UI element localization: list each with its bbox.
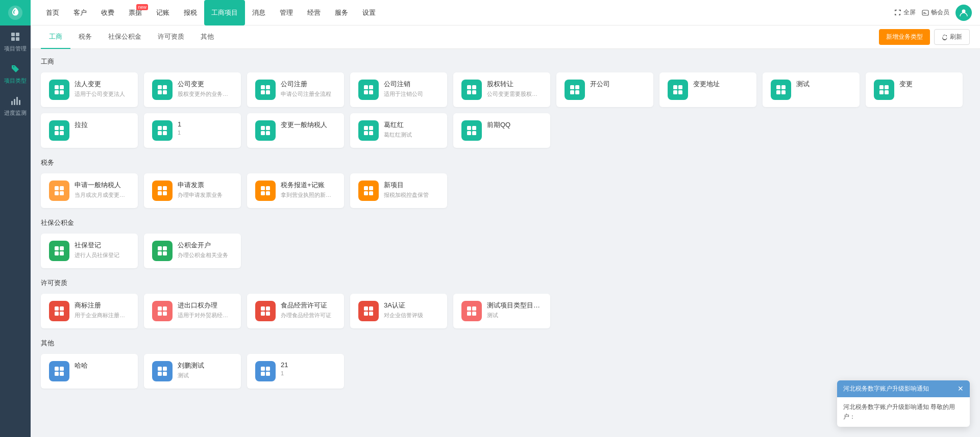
notification-body: 河北税务数字账户升级影响通知 尊敬的用户： bbox=[837, 397, 970, 427]
fullscreen-btn[interactable]: 全屏 bbox=[894, 8, 916, 17]
refresh-button[interactable]: 刷新 bbox=[934, 29, 970, 45]
card-change2[interactable]: 变更 bbox=[866, 72, 963, 107]
sidebar-logo[interactable] bbox=[0, 0, 31, 25]
nav-admin[interactable]: 管理 bbox=[273, 0, 300, 25]
svg-rect-26 bbox=[369, 85, 373, 89]
card-icon-new-project bbox=[358, 181, 379, 201]
svg-rect-81 bbox=[364, 186, 368, 190]
nav-operation[interactable]: 经营 bbox=[300, 0, 328, 25]
svg-rect-123 bbox=[261, 372, 265, 376]
card-desc-trademark: 用于企业商标注册服务 bbox=[75, 312, 130, 319]
card-icon-test1 bbox=[771, 80, 791, 100]
nav-billing[interactable]: 收费 bbox=[94, 0, 121, 25]
card-new-project[interactable]: 新项目报税加税控盘保管 bbox=[350, 173, 447, 208]
svg-rect-16 bbox=[60, 90, 64, 94]
card-company-cancel[interactable]: 公司注销适用于注销公司 bbox=[350, 72, 447, 107]
tab-gongshang[interactable]: 工商 bbox=[41, 25, 70, 49]
notification-close-button[interactable]: ✕ bbox=[958, 385, 964, 392]
card-food-license[interactable]: 食品经营许可证办理食品经营许可证 bbox=[247, 294, 344, 328]
card-company-change[interactable]: 公司变更股权变更外的业务变更 bbox=[144, 72, 241, 107]
svg-rect-90 bbox=[163, 246, 167, 250]
card-num21[interactable]: 211 bbox=[247, 354, 344, 389]
notification-body-text: 河北税务数字账户升级影响通知 尊敬的用户： bbox=[843, 403, 955, 420]
card-change-address[interactable]: 变更地址 bbox=[659, 72, 756, 107]
svg-rect-62 bbox=[369, 126, 373, 130]
card-legal-change[interactable]: 法人变更适用于公司变更法人 bbox=[41, 72, 138, 107]
nav-accounting[interactable]: 记账 bbox=[149, 0, 177, 25]
svg-rect-57 bbox=[261, 126, 265, 130]
card-num1[interactable]: 11 bbox=[144, 113, 241, 148]
card-name-test1: 测试 bbox=[796, 80, 851, 89]
card-icon-change-tax bbox=[255, 120, 276, 141]
content-area: 工商 税务 社保公积金 许可资质 其他 新增业务类型 刷新 工商法人变更适用于公… bbox=[31, 25, 980, 437]
sidebar-item-project-type[interactable]: 项目类型 bbox=[0, 58, 31, 90]
sidebar-item-progress[interactable]: 进度监测 bbox=[0, 90, 31, 122]
section-shebao: 社保公积金社保登记进行人员社保登记公积金开户办理公积金相关业务 bbox=[41, 218, 970, 268]
svg-rect-84 bbox=[369, 191, 373, 195]
svg-rect-71 bbox=[55, 191, 59, 195]
card-name-3a-cert: 3A认证 bbox=[384, 301, 439, 310]
card-3a-cert[interactable]: 3A认证对企业信誉评级 bbox=[350, 294, 447, 328]
svg-rect-10 bbox=[923, 12, 925, 13]
card-name-change-address: 变更地址 bbox=[693, 80, 748, 89]
nav-tax[interactable]: 报税 bbox=[177, 0, 204, 25]
svg-rect-103 bbox=[261, 312, 265, 316]
card-lala[interactable]: 拉拉 bbox=[41, 113, 138, 148]
card-apply-tax[interactable]: 申请一般纳税人当月或次月成变更完成 bbox=[41, 173, 138, 208]
tab-qita[interactable]: 其他 bbox=[192, 25, 222, 49]
svg-rect-25 bbox=[364, 85, 368, 89]
card-tax-report[interactable]: 税务报道+记账拿到营业执照的新公司 bbox=[247, 173, 344, 208]
nav-message[interactable]: 消息 bbox=[245, 0, 273, 25]
card-icon-liupeng-test bbox=[152, 361, 173, 381]
svg-rect-80 bbox=[266, 191, 270, 195]
card-company-reg[interactable]: 公司注册申请公司注册全流程 bbox=[247, 72, 344, 107]
user-avatar[interactable] bbox=[955, 5, 972, 21]
svg-rect-88 bbox=[60, 251, 64, 255]
svg-rect-87 bbox=[55, 251, 59, 255]
card-fund-open[interactable]: 公积金开户办理公积金相关业务 bbox=[144, 234, 241, 268]
card-name-equity-transfer: 股权转让 bbox=[487, 80, 542, 89]
card-test-type[interactable]: 测试项目类型目定义测试 bbox=[453, 294, 550, 328]
card-haha[interactable]: 哈哈 bbox=[41, 354, 138, 389]
tab-shebao[interactable]: 社保公积金 bbox=[100, 25, 150, 49]
nav-customer[interactable]: 客户 bbox=[66, 0, 94, 25]
card-name-new-project: 新项目 bbox=[384, 181, 439, 190]
svg-rect-50 bbox=[60, 126, 64, 130]
nav-service[interactable]: 服务 bbox=[328, 0, 355, 25]
svg-rect-51 bbox=[55, 131, 59, 135]
cards-grid-gongshang: 法人变更适用于公司变更法人公司变更股权变更外的业务变更公司注册申请公司注册全流程… bbox=[41, 72, 970, 148]
card-apply-invoice[interactable]: 申请发票办理申请发票业务 bbox=[144, 173, 241, 208]
svg-rect-77 bbox=[261, 186, 265, 190]
card-icon-change2 bbox=[874, 80, 894, 100]
card-desc-fund-open: 办理公积金相关业务 bbox=[178, 251, 233, 259]
nav-home[interactable]: 首页 bbox=[39, 0, 66, 25]
svg-rect-121 bbox=[261, 367, 265, 371]
new-badge: new bbox=[136, 4, 148, 10]
card-social-reg[interactable]: 社保登记进行人员社保登记 bbox=[41, 234, 138, 268]
svg-rect-43 bbox=[776, 90, 780, 94]
svg-rect-108 bbox=[369, 312, 373, 316]
card-import-export[interactable]: 进出口权办理适用于对外贸易经营者 bbox=[144, 294, 241, 328]
sidebar-item-project-mgmt[interactable]: 项目管理 bbox=[0, 25, 31, 58]
svg-rect-42 bbox=[781, 85, 786, 89]
tab-shuiwu[interactable]: 税务 bbox=[70, 25, 100, 49]
nav-ticket[interactable]: 票据 new bbox=[121, 0, 149, 25]
svg-rect-78 bbox=[266, 186, 270, 190]
card-icon-num1 bbox=[152, 120, 173, 141]
card-change-tax[interactable]: 变更一般纳税人 bbox=[247, 113, 344, 148]
nav-industry[interactable]: 工商项目 bbox=[204, 0, 245, 25]
card-open-company[interactable]: 开公司 bbox=[556, 72, 653, 107]
svg-rect-89 bbox=[158, 246, 162, 250]
card-test1[interactable]: 测试 bbox=[763, 72, 860, 107]
member-btn[interactable]: 畅会员 bbox=[922, 8, 949, 17]
card-desc-test-type: 测试 bbox=[487, 312, 542, 319]
card-trademark[interactable]: 商标注册用于企业商标注册服务 bbox=[41, 294, 138, 328]
card-qiqq[interactable]: 前期QQ bbox=[453, 113, 550, 148]
card-mouhong[interactable]: 葛红红葛红红测试 bbox=[350, 113, 447, 148]
tab-xuke[interactable]: 许可资质 bbox=[150, 25, 192, 49]
add-type-button[interactable]: 新增业务类型 bbox=[879, 29, 930, 45]
nav-settings[interactable]: 设置 bbox=[355, 0, 383, 25]
card-equity-transfer[interactable]: 股权转让公司变更需要股权转让 bbox=[453, 72, 550, 107]
card-name-num1: 1 bbox=[178, 120, 233, 128]
card-liupeng-test[interactable]: 刘鹏测试测试 bbox=[144, 354, 241, 389]
